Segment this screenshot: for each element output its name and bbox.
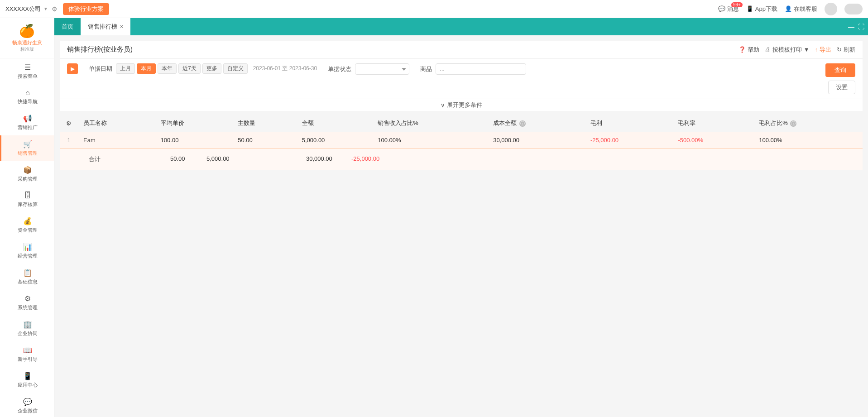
tab-close-icon[interactable]: × bbox=[120, 24, 123, 30]
filter-date-more[interactable]: 更多 bbox=[202, 63, 221, 74]
table-container: ⚙ 员工名称 平均单价 主数量 全额 销售收入占比% 成本全额 ⓘ 毛利 毛利率 bbox=[60, 115, 863, 149]
sidebar-item-sales[interactable]: 🛒 销售管理 bbox=[0, 135, 54, 161]
th-name: 员工名称 bbox=[78, 115, 155, 132]
table-settings-icon[interactable]: ⚙ bbox=[66, 120, 72, 127]
app-icon: 📱 bbox=[746, 5, 753, 12]
footer-main-qty: 50.00 bbox=[165, 153, 201, 165]
table-header-row: ⚙ 员工名称 平均单价 主数量 全额 销售收入占比% 成本全额 ⓘ 毛利 毛利率 bbox=[60, 115, 863, 132]
sidebar-item-quick-nav[interactable]: ⌂ 快捷导航 bbox=[0, 84, 54, 110]
filter-date-last-month[interactable]: 上月 bbox=[116, 63, 135, 74]
sidebar-item-label: 新手引导 bbox=[18, 356, 38, 363]
export-icon: ↑ bbox=[815, 46, 818, 53]
print-chevron-icon: ▼ bbox=[804, 46, 810, 53]
settings-button[interactable]: 设置 bbox=[828, 81, 855, 94]
app-download-button[interactable]: 📱 App下载 bbox=[746, 5, 777, 13]
refresh-label: 刷新 bbox=[844, 46, 855, 54]
footer-gross: -25,000.00 bbox=[346, 153, 391, 165]
sidebar-item-corp-collab[interactable]: 🏢 企业协同 bbox=[0, 316, 54, 341]
sidebar-item-search[interactable]: ☰ 搜索菜单 bbox=[0, 58, 54, 84]
filter-expand-label: 展开更多条件 bbox=[447, 101, 482, 109]
sidebar-item-guide[interactable]: 📖 新手引导 bbox=[0, 341, 54, 367]
filter-goods-label: 商品 bbox=[420, 65, 432, 73]
company-selector[interactable]: XXXXXX公司 ▼ bbox=[5, 5, 48, 13]
sidebar-item-corp-wechat[interactable]: 💬 企业微信 bbox=[0, 393, 54, 417]
trial-button[interactable]: 体验行业方案 bbox=[63, 3, 109, 15]
marketing-icon: 📢 bbox=[23, 114, 32, 123]
sidebar-item-finance[interactable]: 💰 资金管理 bbox=[0, 212, 54, 238]
cell-gross-rate: -500.00% bbox=[672, 132, 753, 149]
export-button[interactable]: ↑ 导出 bbox=[815, 46, 832, 54]
filter-status-select[interactable] bbox=[355, 63, 409, 75]
tab-home[interactable]: 首页 bbox=[54, 18, 81, 35]
filter-goods-input[interactable] bbox=[436, 63, 526, 75]
tab-minimize-icon[interactable]: — bbox=[848, 23, 854, 30]
table-row: 1 Eam 100.00 50.00 5,000.00 100.00% 30,0… bbox=[60, 132, 863, 149]
company-settings-icon[interactable]: ⚙ bbox=[52, 5, 58, 13]
purchase-icon: 📦 bbox=[23, 166, 32, 174]
logo-sub: 标准版 bbox=[20, 46, 34, 53]
sidebar-item-label: 企业微信 bbox=[18, 407, 38, 414]
cell-name: Eam bbox=[78, 132, 155, 149]
sales-icon: 🛒 bbox=[23, 140, 32, 149]
filter-expand-button[interactable]: ∨ 展开更多条件 bbox=[441, 101, 482, 109]
sidebar-item-purchase[interactable]: 📦 采购管理 bbox=[0, 161, 54, 187]
service-icon: 👤 bbox=[785, 5, 792, 12]
sidebar-item-label: 系统管理 bbox=[18, 304, 38, 311]
sidebar-item-base-info[interactable]: 📋 基础信息 bbox=[0, 264, 54, 290]
guide-icon: 📖 bbox=[23, 346, 32, 355]
page-title: 销售排行榜(按业务员) bbox=[67, 45, 133, 54]
online-service-button[interactable]: 👤 在线客服 bbox=[785, 5, 817, 13]
tab-sales-ranking[interactable]: 销售排行榜 × bbox=[81, 18, 130, 35]
cell-sales-pct: 100.00% bbox=[372, 132, 488, 149]
table-footer: 合计 50.00 5,000.00 30,000.00 -25,000.00 bbox=[60, 149, 863, 170]
footer-gross-pct bbox=[436, 153, 473, 165]
filter-status-label: 单据状态 bbox=[328, 65, 351, 73]
operations-icon: 📊 bbox=[23, 243, 32, 251]
page-header: 销售排行榜(按业务员) ❓ 帮助 🖨 按模板打印 ▼ ↑ 导出 bbox=[60, 41, 863, 59]
message-badge: 99+ bbox=[731, 2, 743, 7]
main-layout: 🍊 畅康通好生意 标准版 ☰ 搜索菜单 ⌂ 快捷导航 📢 营销推广 🛒 销售管理… bbox=[0, 18, 868, 417]
logo-icon: 🍊 bbox=[19, 24, 35, 38]
avatar[interactable] bbox=[825, 3, 837, 15]
sidebar-item-system[interactable]: ⚙ 系统管理 bbox=[0, 290, 54, 316]
page-header-actions: ❓ 帮助 🖨 按模板打印 ▼ ↑ 导出 ↻ 刷新 bbox=[739, 46, 855, 54]
company-name: XXXXXX公司 bbox=[5, 5, 41, 13]
filter-date-range: 2023-06-01 至 2023-06-30 bbox=[253, 65, 317, 72]
filter-date-label: 单据日期 bbox=[89, 65, 112, 73]
tab-home-label: 首页 bbox=[62, 23, 73, 31]
refresh-button[interactable]: ↻ 刷新 bbox=[837, 46, 855, 54]
company-chevron-icon: ▼ bbox=[43, 6, 48, 11]
filter-date-7days[interactable]: 近7天 bbox=[178, 63, 201, 74]
search-icon: ☰ bbox=[24, 63, 31, 72]
footer-label: 合计 bbox=[83, 153, 120, 165]
filter-main-row: ▶ 单据日期 上月 本月 本年 近7天 更多 自定义 2023-06-01 至 … bbox=[60, 59, 863, 99]
tab-expand-icon[interactable]: ⛶ bbox=[858, 23, 864, 30]
th-cost: 成本全额 ⓘ bbox=[488, 115, 585, 132]
tab-bar: 首页 销售排行榜 × — ⛶ bbox=[54, 18, 868, 35]
help-button[interactable]: ❓ 帮助 bbox=[739, 46, 759, 54]
filter-date-this-month[interactable]: 本月 bbox=[137, 63, 156, 74]
print-button[interactable]: 🖨 按模板打印 ▼ bbox=[765, 46, 810, 54]
th-settings[interactable]: ⚙ bbox=[60, 115, 78, 132]
filter-date-custom[interactable]: 自定义 bbox=[223, 63, 248, 74]
sidebar-item-operations[interactable]: 📊 经营管理 bbox=[0, 238, 54, 264]
logo-text: 畅康通好生意 bbox=[12, 39, 42, 46]
footer-sales-pct bbox=[246, 153, 301, 165]
message-button[interactable]: 💬 消息 99+ bbox=[718, 5, 739, 13]
gross-pct-info-icon[interactable]: ⓘ bbox=[790, 120, 796, 127]
cost-info-icon[interactable]: ⓘ bbox=[519, 120, 526, 127]
sidebar-item-inventory[interactable]: 🗄 库存核算 bbox=[0, 187, 54, 212]
cell-main-qty: 50.00 bbox=[232, 132, 296, 149]
filter-expand-arrow[interactable]: ▶ bbox=[67, 63, 78, 74]
cell-avg-price: 100.00 bbox=[155, 132, 233, 149]
filter-date-section: 单据日期 上月 本月 本年 近7天 更多 自定义 2023-06-01 至 20… bbox=[89, 63, 317, 74]
home-icon: ⌂ bbox=[25, 89, 30, 97]
filter-container: ▶ 单据日期 上月 本月 本年 近7天 更多 自定义 2023-06-01 至 … bbox=[60, 59, 863, 111]
th-gross-rate: 毛利率 bbox=[672, 115, 753, 132]
sidebar-item-label: 营销推广 bbox=[18, 124, 38, 131]
sidebar-item-app-center[interactable]: 📱 应用中心 bbox=[0, 367, 54, 393]
query-button[interactable]: 查询 bbox=[825, 63, 855, 77]
sidebar-item-label: 应用中心 bbox=[18, 382, 38, 388]
sidebar-item-marketing[interactable]: 📢 营销推广 bbox=[0, 110, 54, 135]
filter-date-this-year[interactable]: 本年 bbox=[158, 63, 177, 74]
